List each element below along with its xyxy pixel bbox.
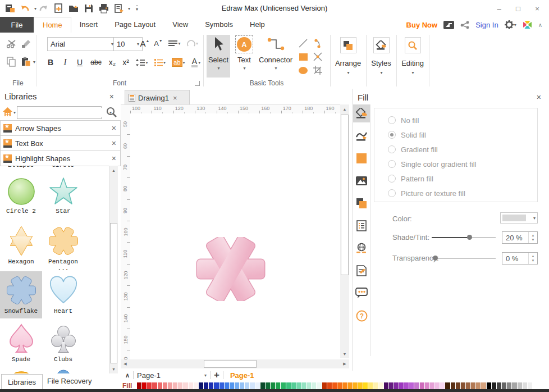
palette-swatch[interactable] bbox=[312, 382, 316, 390]
italic-button[interactable]: I bbox=[60, 56, 71, 69]
sign-in-link[interactable]: Sign In bbox=[475, 21, 498, 29]
library-section-highlight-shapes[interactable]: Highlight Shapes × bbox=[0, 151, 121, 166]
palette-swatch[interactable] bbox=[481, 382, 486, 390]
maximize-button[interactable]: □ bbox=[509, 0, 528, 17]
palette-swatch[interactable] bbox=[409, 382, 414, 390]
document-close-icon[interactable]: × bbox=[173, 94, 177, 102]
palette-swatch[interactable] bbox=[235, 382, 239, 390]
fill-format-icon[interactable] bbox=[353, 104, 370, 122]
fill-option-solid-fill[interactable]: Solid fill bbox=[374, 127, 537, 142]
copy-icon[interactable] bbox=[4, 56, 18, 68]
strikethrough-button[interactable]: abc bbox=[89, 56, 103, 69]
color-dropdown[interactable]: ▾ bbox=[500, 212, 538, 224]
tab-insert[interactable]: Insert bbox=[71, 17, 107, 33]
font-color-button[interactable]: A▾ bbox=[189, 56, 203, 69]
canvas-snowflake-shape[interactable] bbox=[195, 237, 267, 301]
superscript-button[interactable]: x² bbox=[120, 56, 131, 69]
text-highlight-button[interactable]: ab▾ bbox=[171, 56, 186, 69]
palette-swatch[interactable] bbox=[471, 382, 475, 390]
shape-item-circle2[interactable]: Circle 2 bbox=[0, 175, 42, 215]
customize-quick-access-icon[interactable]: ▾ bbox=[130, 2, 144, 15]
format-painter-icon[interactable] bbox=[19, 38, 33, 50]
palette-swatch[interactable] bbox=[137, 382, 141, 390]
palette-swatch[interactable] bbox=[342, 382, 347, 390]
picture-format-icon[interactable] bbox=[353, 172, 370, 190]
palette-swatch[interactable] bbox=[245, 382, 249, 390]
library-search-input[interactable] bbox=[17, 108, 109, 117]
radio-icon[interactable] bbox=[388, 160, 396, 168]
fill-option-no-fill[interactable]: No fill bbox=[374, 113, 537, 127]
connector-tool-button[interactable]: Connector ▾ bbox=[257, 35, 294, 78]
palette-swatch[interactable] bbox=[276, 382, 280, 390]
section-close-icon[interactable]: × bbox=[112, 154, 116, 163]
tab-file-recovery[interactable]: File Recovery bbox=[47, 374, 92, 389]
palette-swatch[interactable] bbox=[332, 382, 337, 390]
shape-item-partial-1[interactable] bbox=[0, 369, 42, 373]
palette-swatch[interactable] bbox=[497, 382, 501, 390]
palette-swatch[interactable] bbox=[317, 382, 321, 390]
spin-down-icon[interactable]: ▼ bbox=[532, 259, 535, 262]
libraries-close-icon[interactable]: × bbox=[109, 92, 114, 101]
note-attachment-icon[interactable] bbox=[353, 262, 370, 280]
font-dialog-launcher-icon[interactable] bbox=[195, 81, 200, 86]
palette-swatch[interactable] bbox=[240, 382, 244, 390]
editing-button[interactable]: Editing ▾ bbox=[396, 33, 429, 89]
transparency-spinner[interactable]: 0 % ▲▼ bbox=[502, 252, 538, 265]
settings-gear-icon[interactable]: ▾ bbox=[505, 20, 516, 29]
scroll-down-icon[interactable]: ▼ bbox=[340, 349, 349, 358]
palette-swatch[interactable] bbox=[296, 382, 301, 390]
tab-libraries[interactable]: Libraries bbox=[1, 374, 43, 390]
fill-option-gradient-fill[interactable]: Gradient fill bbox=[374, 142, 537, 157]
scroll-right-icon[interactable]: ▶ bbox=[340, 359, 349, 368]
palette-swatch[interactable] bbox=[301, 382, 306, 390]
library-section-arrow-shapes[interactable]: Arrow Shapes × bbox=[0, 120, 121, 136]
scroll-up-icon[interactable]: ▲ bbox=[340, 104, 349, 113]
palette-swatch[interactable] bbox=[189, 382, 193, 390]
palette-swatch[interactable] bbox=[368, 382, 373, 390]
palette-swatch[interactable] bbox=[142, 382, 147, 390]
palette-swatch[interactable] bbox=[353, 382, 358, 390]
radio-icon[interactable] bbox=[388, 131, 396, 139]
palette-swatch[interactable] bbox=[378, 382, 383, 390]
open-file-button[interactable] bbox=[67, 2, 80, 15]
palette-swatch[interactable] bbox=[502, 382, 506, 390]
palette-swatch[interactable] bbox=[404, 382, 409, 390]
line-tool-icon[interactable] bbox=[298, 37, 309, 49]
page-selector[interactable]: Page-1 bbox=[137, 371, 161, 380]
comment-icon[interactable] bbox=[353, 284, 370, 302]
palette-swatch[interactable] bbox=[456, 382, 460, 390]
rectangle-tool-icon[interactable] bbox=[298, 51, 309, 63]
collapse-ribbon-icon[interactable]: ∧ bbox=[538, 22, 542, 28]
palette-swatch[interactable] bbox=[255, 382, 260, 390]
shape-item-spade[interactable]: Spade bbox=[0, 322, 42, 363]
palette-swatch[interactable] bbox=[425, 382, 429, 390]
palette-swatch[interactable] bbox=[250, 382, 254, 390]
arrange-button[interactable]: Arrange ▾ bbox=[330, 33, 366, 89]
underline-button[interactable]: U bbox=[74, 56, 85, 69]
scroll-up-icon[interactable]: ▲ bbox=[109, 166, 118, 175]
add-page-button[interactable]: + bbox=[214, 370, 219, 381]
connection-point-tool-icon[interactable] bbox=[312, 51, 323, 63]
tab-home[interactable]: Home bbox=[34, 17, 71, 33]
shade-tint-slider[interactable] bbox=[432, 237, 496, 238]
page-setup-icon[interactable] bbox=[353, 217, 370, 235]
palette-swatch[interactable] bbox=[487, 382, 491, 390]
page-selector-dropdown-icon[interactable]: ▾ bbox=[204, 373, 207, 378]
crop-tool-icon[interactable] bbox=[312, 64, 323, 76]
palette-swatch[interactable] bbox=[178, 382, 182, 390]
fill-option-pattern-fill[interactable]: Pattern fill bbox=[374, 171, 537, 186]
palette-swatch[interactable] bbox=[281, 382, 285, 390]
palette-swatch[interactable] bbox=[414, 382, 419, 390]
layer-format-icon[interactable] bbox=[353, 194, 370, 212]
palette-swatch[interactable] bbox=[528, 382, 532, 390]
library-section-text-box[interactable]: Text Box × bbox=[0, 135, 121, 151]
fill-panel-close-icon[interactable]: × bbox=[537, 93, 541, 102]
palette-swatch[interactable] bbox=[533, 382, 537, 390]
print-button[interactable] bbox=[97, 2, 111, 15]
radio-icon[interactable] bbox=[388, 175, 396, 183]
slider-thumb[interactable] bbox=[467, 235, 472, 240]
minimize-button[interactable]: – bbox=[489, 0, 509, 17]
transparency-slider[interactable] bbox=[432, 258, 496, 259]
palette-swatch[interactable] bbox=[523, 382, 527, 390]
palette-swatch[interactable] bbox=[445, 382, 450, 390]
